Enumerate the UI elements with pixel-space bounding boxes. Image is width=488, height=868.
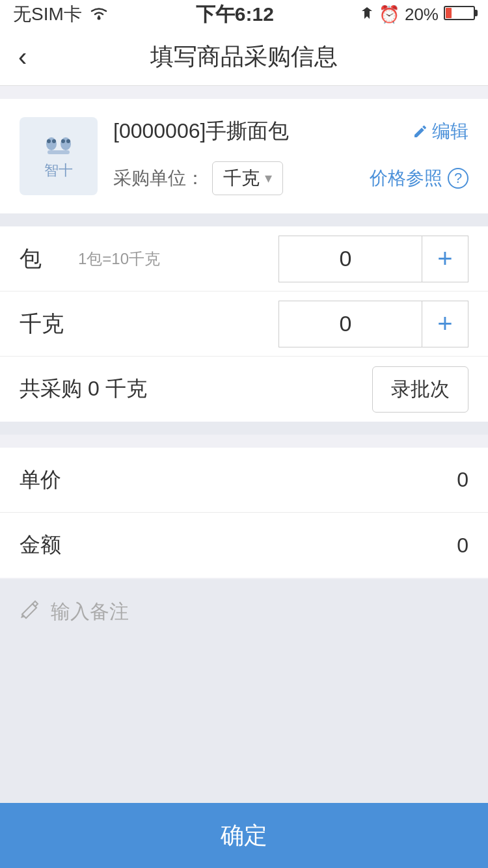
amount-row: 金额 0 xyxy=(0,513,488,578)
svg-point-3 xyxy=(47,139,51,143)
notes-section[interactable]: 输入备注 xyxy=(0,579,488,644)
product-logo-text: 智十 xyxy=(44,161,73,180)
amount-label: 金额 xyxy=(20,531,61,560)
bag-controls: + xyxy=(278,236,468,282)
batch-button[interactable]: 录批次 xyxy=(372,366,468,413)
total-row: 共采购 0 千克 录批次 xyxy=(0,357,488,422)
bag-input-row: 包 1包=10千克 + xyxy=(0,226,488,292)
wifi-icon xyxy=(88,4,109,25)
status-right: ⏰ 20% xyxy=(360,5,475,25)
confirm-bar[interactable]: 确定 xyxy=(0,803,488,868)
section-divider-1 xyxy=(0,213,488,226)
section-divider-2 xyxy=(0,422,488,435)
bag-sublabel: 1包=10千克 xyxy=(78,249,278,269)
status-time: 下午6:12 xyxy=(196,1,274,28)
kg-label: 千克 xyxy=(20,309,72,339)
input-section: 包 1包=10千克 + 千克 + xyxy=(0,226,488,357)
unit-price-label: 单价 xyxy=(20,466,61,495)
unit-section: 采购单位： 千克 ▾ xyxy=(113,161,283,195)
kg-input-row: 千克 + xyxy=(0,292,488,357)
svg-point-2 xyxy=(61,137,71,150)
page-title: 填写商品采购信息 xyxy=(150,41,338,73)
svg-point-4 xyxy=(52,139,56,143)
bag-plus-button[interactable]: + xyxy=(422,236,468,282)
svg-point-5 xyxy=(61,139,65,143)
location-icon xyxy=(360,5,373,25)
product-unit-row: 采购单位： 千克 ▾ 价格参照 ? xyxy=(113,161,468,195)
product-info: [0000006]手撕面包 编辑 采购单位： 千克 ▾ 价格 xyxy=(113,117,468,195)
unit-label: 采购单位： xyxy=(113,166,204,191)
svg-point-0 xyxy=(97,17,100,20)
product-name: [0000006]手撕面包 xyxy=(113,117,289,146)
notes-placeholder: 输入备注 xyxy=(51,599,129,625)
product-image: 智十 xyxy=(20,117,98,195)
alarm-icon: ⏰ xyxy=(379,5,400,25)
amount-value: 0 xyxy=(457,534,468,558)
svg-point-6 xyxy=(66,139,70,143)
price-reference-button[interactable]: 价格参照 ? xyxy=(370,166,468,191)
unit-price-value: 0 xyxy=(457,468,468,492)
unit-price-row: 单价 0 xyxy=(0,448,488,513)
kg-quantity-input[interactable] xyxy=(278,301,422,347)
product-card: 智十 [0000006]手撕面包 编辑 采购单位： 千克 ▾ xyxy=(0,99,488,213)
kg-plus-button[interactable]: + xyxy=(422,301,468,347)
price-ref-label: 价格参照 xyxy=(370,166,442,191)
product-top-row: [0000006]手撕面包 编辑 xyxy=(113,117,468,146)
status-left: 无SIM卡 xyxy=(13,2,109,27)
unit-value: 千克 xyxy=(223,166,260,191)
unit-dropdown[interactable]: 千克 ▾ xyxy=(212,161,283,195)
battery-percent: 20% xyxy=(405,5,439,25)
bag-quantity-input[interactable] xyxy=(278,236,422,282)
pencil-icon xyxy=(20,599,40,625)
main-content: 智十 [0000006]手撕面包 编辑 采购单位： 千克 ▾ xyxy=(0,99,488,868)
status-bar: 无SIM卡 下午6:12 ⏰ 20% xyxy=(0,0,488,29)
edit-button[interactable]: 编辑 xyxy=(413,119,468,144)
detail-section: 单价 0 金额 0 xyxy=(0,448,488,578)
total-label: 共采购 0 千克 xyxy=(20,375,147,403)
svg-rect-7 xyxy=(47,150,70,154)
dropdown-arrow-icon: ▾ xyxy=(265,170,272,187)
confirm-button[interactable]: 确定 xyxy=(221,820,267,852)
battery-icon xyxy=(444,5,475,25)
kg-controls: + xyxy=(278,301,468,347)
svg-point-1 xyxy=(46,137,57,150)
bag-label: 包 xyxy=(20,244,72,274)
help-icon: ? xyxy=(448,168,468,189)
back-button[interactable]: ‹ xyxy=(18,42,27,72)
nav-bar: ‹ 填写商品采购信息 xyxy=(0,29,488,86)
carrier-label: 无SIM卡 xyxy=(13,2,82,27)
